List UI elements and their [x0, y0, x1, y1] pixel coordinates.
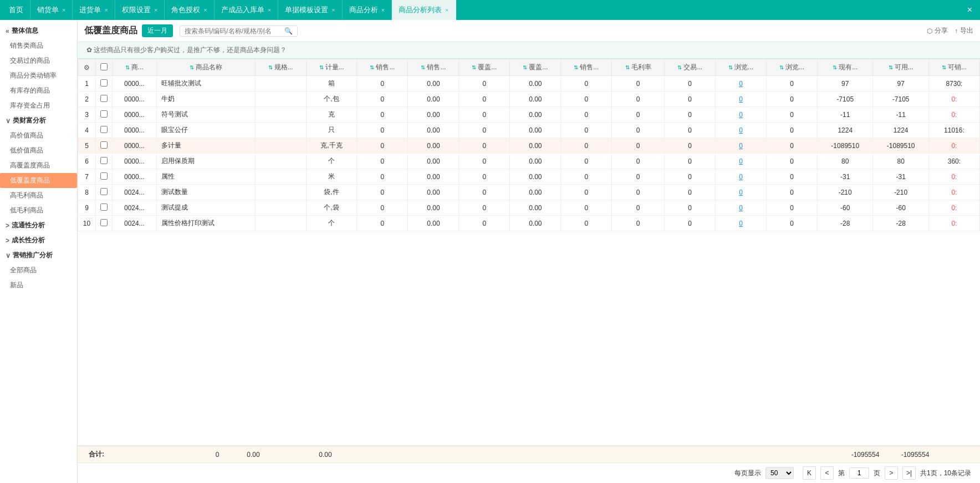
col-margin[interactable]: ⇅毛利率 — [612, 59, 665, 76]
col-code[interactable]: ⇅商... — [113, 59, 157, 76]
browse1-link[interactable]: 0 — [739, 157, 743, 165]
search-input[interactable] — [185, 27, 284, 35]
cell-checkbox[interactable] — [96, 91, 113, 107]
col-browse1[interactable]: ⇅浏览... — [716, 59, 767, 76]
sidebar-item-new-goods[interactable]: 新品 — [0, 278, 77, 293]
cell-browse1[interactable]: 0 — [716, 200, 767, 216]
cell-checkbox[interactable] — [96, 138, 113, 154]
col-sales-qty[interactable]: ⇅销售... — [357, 59, 408, 76]
sidebar-item-stock-occupy[interactable]: 库存资金占用 — [0, 98, 77, 113]
nav-tab-product-entry-close[interactable]: × — [268, 7, 271, 13]
cell-checkbox[interactable] — [96, 154, 113, 169]
sidebar-item-movement-rate[interactable]: 商品分类动销率 — [0, 68, 77, 83]
sidebar-group-growth[interactable]: > 成长性分析 — [0, 233, 77, 248]
col-unit[interactable]: ⇅计量... — [306, 59, 357, 76]
cell-browse1[interactable]: 0 — [716, 107, 767, 123]
row-checkbox[interactable] — [100, 95, 108, 102]
export-button[interactable]: ↑ 导出 — [955, 26, 973, 35]
sidebar-group-marketing[interactable]: ∨ 营销推广分析 — [0, 248, 77, 263]
sidebar-item-high-value[interactable]: 高价值商品 — [0, 128, 77, 143]
sidebar-item-all-goods[interactable]: 全部商品 — [0, 263, 77, 278]
row-checkbox[interactable] — [100, 79, 108, 87]
col-current-stock[interactable]: ⇅现有... — [818, 59, 873, 76]
col-name[interactable]: ⇅商品名称 — [156, 59, 255, 76]
browse1-link[interactable]: 0 — [739, 142, 743, 150]
cell-checkbox[interactable] — [96, 169, 113, 185]
next-page-button[interactable]: > — [885, 466, 898, 480]
cell-browse1[interactable]: 0 — [716, 169, 767, 185]
nav-tab-template[interactable]: 单据模板设置 × — [278, 0, 342, 20]
col-cov2[interactable]: ⇅覆盖... — [510, 59, 561, 76]
nav-tab-analysis-list[interactable]: 商品分析列表 × — [392, 0, 456, 20]
nav-tab-template-close[interactable]: × — [331, 7, 335, 13]
nav-tab-home[interactable]: 首页 — [2, 0, 30, 20]
cell-checkbox[interactable] — [96, 216, 113, 231]
col-sales-amt[interactable]: ⇅销售... — [408, 59, 459, 76]
nav-tab-product-entry[interactable]: 产成品入库单 × — [215, 0, 278, 20]
nav-tab-analysis-close[interactable]: × — [381, 7, 385, 13]
col-trade[interactable]: ⇅交易... — [665, 59, 716, 76]
cell-checkbox[interactable] — [96, 76, 113, 91]
sidebar-item-low-coverage[interactable]: 低覆盖度商品 — [0, 173, 77, 188]
sidebar-group-overall[interactable]: « 整体信息 — [0, 23, 77, 38]
nav-tab-purchase[interactable]: 进货单 × — [73, 0, 115, 20]
col-settings[interactable]: ⚙ — [78, 59, 96, 76]
cell-browse1[interactable]: 0 — [716, 91, 767, 107]
cell-browse1[interactable]: 0 — [716, 216, 767, 231]
cell-checkbox[interactable] — [96, 107, 113, 123]
nav-tab-sales-close[interactable]: × — [62, 7, 65, 13]
col-spec[interactable]: ⇅规格... — [255, 59, 306, 76]
date-filter-button[interactable]: 近一月 — [142, 24, 173, 37]
first-page-button[interactable]: K — [803, 466, 816, 480]
sidebar-group-structure[interactable]: ∨ 类财富分析 — [0, 113, 77, 128]
nav-tab-analysis-list-close[interactable]: × — [445, 7, 448, 13]
sidebar-item-high-profit[interactable]: 高毛利商品 — [0, 188, 77, 203]
nav-tab-analysis[interactable]: 商品分析 × — [343, 0, 392, 20]
row-checkbox[interactable] — [100, 141, 108, 149]
share-button[interactable]: ⬡ 分享 — [927, 26, 948, 35]
row-checkbox[interactable] — [100, 204, 108, 211]
browse1-link[interactable]: 0 — [739, 80, 743, 88]
sidebar-item-sales-goods[interactable]: 销售类商品 — [0, 38, 77, 53]
browse1-link[interactable]: 0 — [739, 95, 743, 103]
nav-tab-sales[interactable]: 销货单 × — [30, 0, 73, 20]
sidebar-item-low-value[interactable]: 低价值商品 — [0, 143, 77, 158]
col-browse2[interactable]: ⇅浏览... — [767, 59, 818, 76]
sidebar-item-high-coverage[interactable]: 高覆盖度商品 — [0, 158, 77, 173]
sidebar-group-flow[interactable]: > 流通性分析 — [0, 218, 77, 233]
cell-browse1[interactable]: 0 — [716, 76, 767, 91]
nav-tab-permission[interactable]: 权限设置 × — [115, 0, 165, 20]
cell-browse1[interactable]: 0 — [716, 154, 767, 169]
cell-checkbox[interactable] — [96, 185, 113, 200]
browse1-link[interactable]: 0 — [739, 204, 743, 212]
row-checkbox[interactable] — [100, 126, 108, 133]
prev-page-button[interactable]: < — [820, 466, 834, 480]
browse1-link[interactable]: 0 — [739, 173, 743, 181]
select-all-checkbox[interactable] — [100, 63, 108, 70]
col-sellable[interactable]: ⇅可销... — [928, 59, 979, 76]
cell-browse1[interactable]: 0 — [716, 138, 767, 154]
col-cov1[interactable]: ⇅覆盖... — [459, 59, 510, 76]
browse1-link[interactable]: 0 — [739, 126, 743, 134]
col-checkbox[interactable] — [96, 59, 113, 76]
nav-tab-role-close[interactable]: × — [203, 7, 207, 13]
cell-browse1[interactable]: 0 — [716, 123, 767, 138]
browse1-link[interactable]: 0 — [739, 220, 743, 227]
row-checkbox[interactable] — [100, 157, 108, 164]
row-checkbox[interactable] — [100, 110, 108, 118]
col-available[interactable]: ⇅可用... — [873, 59, 928, 76]
nav-tab-role[interactable]: 角色授权 × — [165, 0, 214, 20]
row-checkbox[interactable] — [100, 172, 108, 180]
row-checkbox[interactable] — [100, 219, 108, 226]
cell-checkbox[interactable] — [96, 123, 113, 138]
browse1-link[interactable]: 0 — [739, 189, 743, 196]
page-number-input[interactable] — [849, 467, 869, 479]
search-icon[interactable]: 🔍 — [284, 27, 293, 35]
cell-browse1[interactable]: 0 — [716, 185, 767, 200]
last-page-button[interactable]: >| — [902, 466, 916, 480]
sidebar-item-in-stock[interactable]: 有库存的商品 — [0, 83, 77, 98]
sidebar-item-traded-goods[interactable]: 交易过的商品 — [0, 53, 77, 68]
browse1-link[interactable]: 0 — [739, 111, 743, 119]
row-checkbox[interactable] — [100, 188, 108, 195]
per-page-select[interactable]: 50 20 100 — [765, 467, 794, 479]
